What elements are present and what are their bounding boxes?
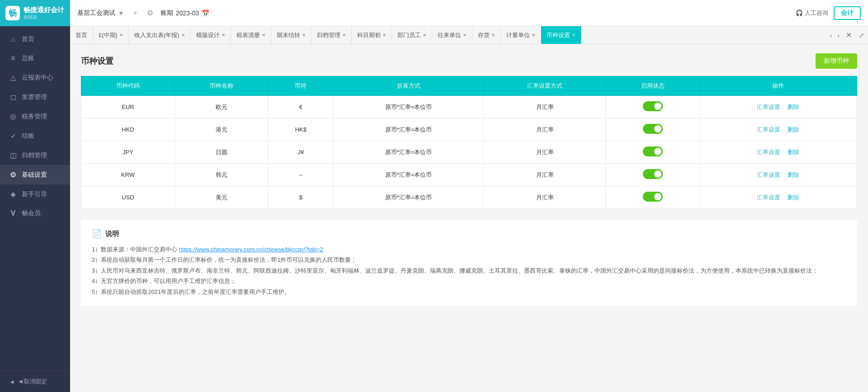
sidebar-item-settings-label: 基础设置 bbox=[22, 171, 47, 179]
cell-status bbox=[606, 141, 699, 164]
cell-name: 港元 bbox=[175, 118, 268, 141]
tab-period-close[interactable]: ✕ bbox=[119, 33, 123, 38]
rate-setting-link[interactable]: 汇率设置 bbox=[757, 104, 780, 110]
rate-setting-link[interactable]: 汇率设置 bbox=[757, 126, 780, 133]
invoice-icon: ◻ bbox=[9, 93, 17, 101]
cell-rate-type: 月汇率 bbox=[484, 186, 606, 209]
status-toggle[interactable] bbox=[643, 169, 663, 179]
tab-close-all-btn[interactable]: ✕ bbox=[842, 26, 855, 44]
company-selector[interactable]: 基层工会测试 ▼ bbox=[77, 9, 124, 17]
cell-calc: 原币*汇率=本位币 bbox=[333, 186, 484, 209]
sidebar-logo: 畅 畅捷通好会计 旗舰版 bbox=[0, 0, 70, 26]
sidebar-item-ledger[interactable]: ≡ 总账 bbox=[0, 49, 70, 68]
calendar-icon[interactable]: 📅 bbox=[202, 9, 209, 17]
tab-period[interactable]: £(中期) ✕ bbox=[93, 26, 129, 44]
tab-units-close[interactable]: ✕ bbox=[532, 33, 535, 38]
delete-link[interactable]: 删除 bbox=[788, 104, 799, 110]
rate-setting-link[interactable]: 汇率设置 bbox=[757, 171, 780, 178]
note-item-3: 3）人民币对马来西亚林吉特、俄罗斯卢布、南非兰特、韩元、阿联酋迪拉姆、沙特里亚尔… bbox=[92, 265, 846, 276]
notes-section: 📄 说明 1）数据来源：中国外汇交易中心 https://www.chinamo… bbox=[81, 220, 857, 306]
delete-link[interactable]: 删除 bbox=[788, 126, 799, 133]
notes-title-label: 说明 bbox=[105, 230, 119, 238]
checkout-icon: ✓ bbox=[9, 132, 17, 140]
tab-dept-close[interactable]: ✕ bbox=[423, 33, 426, 38]
sidebar-item-reports[interactable]: △ 云报表中心 bbox=[0, 68, 70, 87]
app-logo-icon: 畅 bbox=[5, 6, 20, 20]
tab-template-design[interactable]: 模版设计 ✕ bbox=[191, 26, 231, 44]
table-row: EUR欧元€原币*汇率=本位币月汇率汇率设置删除 bbox=[81, 96, 857, 118]
cell-code: KRW bbox=[81, 164, 175, 186]
tab-currency-close[interactable]: ✕ bbox=[572, 33, 576, 38]
sidebar-item-settings[interactable]: ⚙ 基础设置 bbox=[0, 165, 70, 184]
settings-gear-btn[interactable]: ⚙ bbox=[145, 7, 155, 19]
sidebar: 畅 畅捷通好会计 旗舰版 ⌂ 首页 ≡ 总账 △ 云报表中心 ◻ 发票管理 ◎ … bbox=[0, 0, 70, 392]
col-calc: 折算方式 bbox=[333, 76, 484, 96]
tab-archive-close[interactable]: ✕ bbox=[342, 33, 346, 38]
col-rate-type: 汇率设置方式 bbox=[484, 76, 606, 96]
cell-calc: 原币*汇率=本位币 bbox=[333, 96, 484, 118]
col-code: 币种代码 bbox=[81, 76, 175, 96]
tab-period-label: £(中期) bbox=[99, 31, 118, 39]
rate-setting-link[interactable]: 汇率设置 bbox=[757, 194, 780, 201]
tab-subjects-close[interactable]: ✕ bbox=[382, 33, 386, 38]
page-content: 币种设置 新增币种 币种代码 币种名称 币符 折算方式 汇率设置方式 启用状态 … bbox=[70, 44, 868, 392]
add-company-btn[interactable]: ＋ bbox=[130, 6, 141, 19]
topbar-right: 🎧 人工咨询 会计 bbox=[796, 6, 861, 20]
sidebar-item-guide[interactable]: ◈ 新手引导 bbox=[0, 184, 70, 204]
tab-tax-list[interactable]: 税表清册 ✕ bbox=[231, 26, 271, 44]
delete-link[interactable]: 删除 bbox=[788, 171, 799, 178]
cell-actions: 汇率设置删除 bbox=[699, 164, 857, 186]
sidebar-item-tax[interactable]: ◎ 税务管理 bbox=[0, 107, 70, 126]
cell-calc: 原币*汇率=本位币 bbox=[333, 164, 484, 186]
rate-setting-link[interactable]: 汇率设置 bbox=[757, 149, 780, 156]
tab-income-report-close[interactable]: ✕ bbox=[181, 33, 185, 38]
tab-inventory-close[interactable]: ✕ bbox=[491, 33, 495, 38]
status-toggle[interactable] bbox=[643, 146, 663, 156]
cell-calc: 原币*汇率=本位币 bbox=[333, 118, 484, 141]
sidebar-item-archive[interactable]: ◫ 归档管理 bbox=[0, 146, 70, 165]
sidebar-item-invoice[interactable]: ◻ 发票管理 bbox=[0, 87, 70, 107]
tab-units[interactable]: 计量单位 ✕ bbox=[501, 26, 541, 44]
delete-link[interactable]: 删除 bbox=[788, 149, 799, 156]
tab-income-report[interactable]: 收入支出表(年报) ✕ bbox=[129, 26, 191, 44]
tab-expand-btn[interactable]: ⤢ bbox=[855, 26, 868, 44]
tab-contacts-close[interactable]: ✕ bbox=[463, 33, 467, 38]
cell-actions: 汇率设置删除 bbox=[699, 118, 857, 141]
tabbar: 首页 £(中期) ✕ 收入支出表(年报) ✕ 模版设计 ✕ 税表清册 ✕ 期末结… bbox=[70, 26, 868, 44]
status-toggle[interactable] bbox=[643, 124, 663, 134]
tab-subjects[interactable]: 科目期初 ✕ bbox=[352, 26, 392, 44]
status-toggle[interactable] bbox=[643, 192, 663, 202]
sidebar-item-checkout[interactable]: ✓ 结账 bbox=[0, 126, 70, 146]
sidebar-pin-toggle[interactable]: ◄ ◄取消固定 bbox=[0, 371, 70, 392]
tab-inventory[interactable]: 存货 ✕ bbox=[472, 26, 501, 44]
table-header-row: 币种代码 币种名称 币符 折算方式 汇率设置方式 启用状态 操作 bbox=[81, 76, 857, 96]
tab-next-btn[interactable]: › bbox=[835, 26, 842, 44]
delete-link[interactable]: 删除 bbox=[788, 194, 799, 201]
tab-contacts[interactable]: 往来单位 ✕ bbox=[432, 26, 472, 44]
user-role-button[interactable]: 会计 bbox=[834, 6, 861, 20]
tab-period-end-close[interactable]: ✕ bbox=[302, 33, 306, 38]
cell-actions: 汇率设置删除 bbox=[699, 186, 857, 209]
cell-status bbox=[606, 164, 699, 186]
sidebar-item-member[interactable]: V 畅会员 bbox=[0, 204, 70, 223]
tab-template-design-close[interactable]: ✕ bbox=[222, 33, 225, 38]
status-toggle[interactable] bbox=[643, 101, 663, 111]
new-currency-button[interactable]: 新增币种 bbox=[816, 53, 857, 69]
archive-icon: ◫ bbox=[9, 151, 17, 160]
chinamoney-link[interactable]: https://www.chinamoney.com.cn/chinese/bk… bbox=[179, 246, 323, 253]
tab-tax-list-close[interactable]: ✕ bbox=[262, 33, 265, 38]
cell-rate-type: 月汇率 bbox=[484, 96, 606, 118]
guide-icon: ◈ bbox=[9, 190, 17, 198]
tab-dept[interactable]: 部门员工 ✕ bbox=[392, 26, 432, 44]
tab-archive[interactable]: 归档管理 ✕ bbox=[311, 26, 352, 44]
notes-title: 📄 说明 bbox=[92, 229, 846, 239]
help-button[interactable]: 🎧 人工咨询 bbox=[796, 9, 828, 17]
tab-home[interactable]: 首页 bbox=[70, 26, 93, 44]
sidebar-item-home[interactable]: ⌂ 首页 bbox=[0, 30, 70, 49]
cell-code: HKD bbox=[81, 118, 175, 141]
tab-period-end[interactable]: 期末结转 ✕ bbox=[271, 26, 311, 44]
cell-rate-type: 月汇率 bbox=[484, 164, 606, 186]
tab-template-design-label: 模版设计 bbox=[196, 31, 220, 39]
tab-prev-btn[interactable]: ‹ bbox=[827, 26, 835, 44]
tab-currency[interactable]: 币种设置 ✕ bbox=[541, 26, 581, 44]
